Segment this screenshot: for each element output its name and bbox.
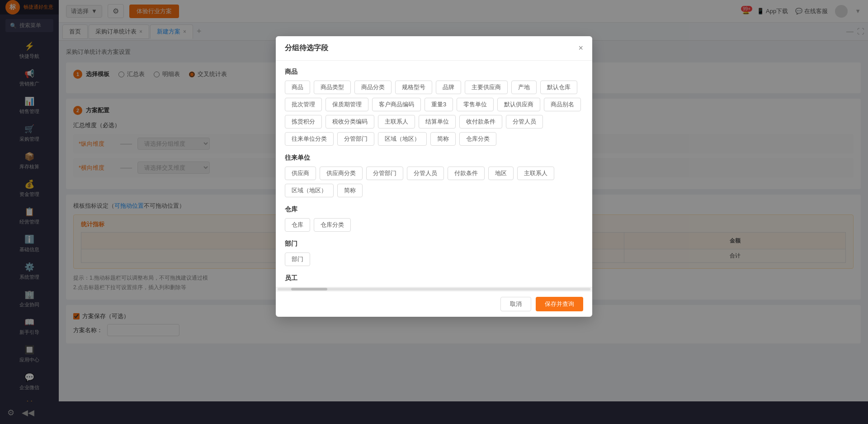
field-tag[interactable]: 分管部门 — [337, 132, 374, 146]
field-tag[interactable]: 客户商品编码 — [372, 98, 421, 111]
field-tag[interactable]: 供应商分类 — [320, 167, 363, 180]
field-tag[interactable]: 简称 — [337, 184, 363, 197]
field-group-partner: 往来单位 供应商 供应商分类 分管部门 分管人员 付款条件 地区 主联系人 区域… — [285, 154, 583, 197]
modal-footer: 取消 保存并查询 — [276, 291, 592, 317]
field-tag[interactable]: 往来单位分类 — [285, 132, 334, 146]
field-tag[interactable]: 默认供应商 — [497, 98, 540, 111]
department-group-title: 部门 — [285, 240, 583, 248]
field-group-product: 商品 商品 商品类型 商品分类 规格型号 品牌 主要供应商 产地 默认仓库 批次… — [285, 68, 583, 146]
field-tag[interactable]: 商品别名 — [544, 98, 581, 111]
modal-horizontal-scrollbar[interactable] — [276, 287, 592, 291]
warehouse-field-tags: 仓库 仓库分类 — [285, 218, 583, 232]
modal-save-button[interactable]: 保存并查询 — [536, 297, 583, 311]
product-group-title: 商品 — [285, 68, 583, 76]
field-group-department: 部门 部门 — [285, 240, 583, 266]
field-tag[interactable]: 仓库 — [285, 218, 310, 232]
field-tag[interactable]: 结算单位 — [419, 115, 456, 129]
employee-group-title: 员工 — [285, 274, 583, 282]
field-group-employee: 员工 业务员 — [285, 274, 583, 287]
scroll-thumb — [291, 288, 327, 291]
field-tag[interactable]: 简称 — [430, 132, 456, 146]
field-tag[interactable]: 分管人员 — [506, 115, 543, 129]
field-tag[interactable]: 税收分类编码 — [326, 115, 374, 129]
product-field-tags: 商品 商品类型 商品分类 规格型号 品牌 主要供应商 产地 默认仓库 批次管理 … — [285, 81, 583, 146]
field-tag[interactable]: 分管部门 — [366, 167, 403, 180]
field-tag[interactable]: 主联系人 — [517, 167, 554, 180]
field-tag[interactable]: 拣货积分 — [285, 115, 322, 129]
field-tag[interactable]: 供应商 — [285, 167, 316, 180]
field-tag[interactable]: 区域（地区） — [285, 184, 334, 197]
field-tag[interactable]: 部门 — [285, 252, 310, 266]
scroll-track — [278, 288, 590, 291]
field-tag[interactable]: 品牌 — [436, 81, 461, 94]
field-group-warehouse: 仓库 仓库 仓库分类 — [285, 205, 583, 232]
field-tag[interactable]: 批次管理 — [285, 98, 322, 111]
field-tag[interactable]: 规格型号 — [395, 81, 432, 94]
field-tag[interactable]: 保质期管理 — [326, 98, 368, 111]
field-tag[interactable]: 商品分类 — [354, 81, 392, 94]
field-tag[interactable]: 付款条件 — [448, 167, 485, 180]
field-tag[interactable]: 收付款条件 — [459, 115, 502, 129]
field-tag[interactable]: 重量3 — [425, 98, 453, 111]
field-tag[interactable]: 地区 — [488, 167, 514, 180]
field-tag[interactable]: 主要供应商 — [465, 81, 508, 94]
field-tag[interactable]: 商品类型 — [314, 81, 351, 94]
modal-title: 分组待选字段 — [285, 43, 328, 53]
field-tag[interactable]: 零售单位 — [457, 98, 494, 111]
warehouse-group-title: 仓库 — [285, 205, 583, 214]
field-tag[interactable]: 默认仓库 — [540, 81, 577, 94]
field-tag[interactable]: 分管人员 — [407, 167, 444, 180]
modal-close-button[interactable]: × — [578, 43, 583, 53]
field-selection-modal: 分组待选字段 × 商品 商品 商品类型 商品分类 规格型号 品牌 主要供应商 产… — [276, 36, 592, 317]
field-tag[interactable]: 产地 — [511, 81, 537, 94]
modal-header: 分组待选字段 × — [276, 36, 592, 61]
field-tag[interactable]: 仓库分类 — [459, 132, 496, 146]
partner-field-tags: 供应商 供应商分类 分管部门 分管人员 付款条件 地区 主联系人 区域（地区） … — [285, 167, 583, 197]
field-tag[interactable]: 商品 — [285, 81, 310, 94]
partner-group-title: 往来单位 — [285, 154, 583, 162]
field-tag[interactable]: 主联系人 — [378, 115, 415, 129]
modal-cancel-button[interactable]: 取消 — [500, 297, 531, 311]
department-field-tags: 部门 — [285, 252, 583, 266]
field-tag[interactable]: 区域（地区） — [378, 132, 427, 146]
field-tag[interactable]: 仓库分类 — [314, 218, 351, 232]
modal-body: 商品 商品 商品类型 商品分类 规格型号 品牌 主要供应商 产地 默认仓库 批次… — [276, 61, 592, 287]
